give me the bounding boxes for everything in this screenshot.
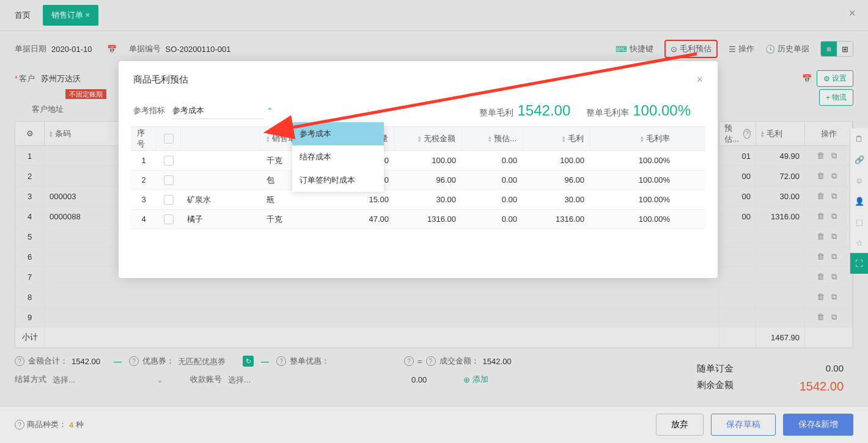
modal-table-row[interactable]: 1千克10.00100.000.00100.00100.00% bbox=[131, 151, 705, 170]
checkbox-header[interactable] bbox=[156, 127, 181, 150]
option-contract-cost[interactable]: 订单签约时成本 bbox=[292, 169, 384, 192]
prof-header[interactable]: ▴▾毛利 bbox=[523, 127, 590, 150]
modal-close-icon[interactable]: × bbox=[696, 73, 703, 86]
profit-modal: 商品毛利预估 × 参考指标 参考成本 ⌃ 整单毛利 1542.00 整单毛利率 … bbox=[119, 61, 718, 278]
modal-title: 商品毛利预估 bbox=[133, 74, 188, 86]
indicator-label: 参考指标 bbox=[133, 105, 165, 116]
modal-table: 序号 ▴▾销售单位 ▴▾数量 ▴▾无税金额 ▴▾预估... ▴▾毛利 ▴▾毛利率… bbox=[131, 126, 705, 229]
modal-table-row[interactable]: 2包12.0096.000.0096.00100.00% bbox=[131, 170, 705, 190]
modal-table-row[interactable]: 4橘子千克47.001316.000.001316.00100.00% bbox=[131, 210, 705, 229]
row-checkbox[interactable] bbox=[164, 156, 174, 166]
est-header-modal[interactable]: ▴▾预估... bbox=[462, 127, 523, 150]
row-checkbox[interactable] bbox=[164, 214, 174, 224]
row-checkbox[interactable] bbox=[164, 195, 174, 205]
indicator-dropdown: 参考成本 结存成本 订单签约时成本 bbox=[292, 122, 384, 192]
total-profit-value: 1542.00 bbox=[517, 102, 570, 119]
product-header bbox=[181, 127, 260, 150]
total-profit-label: 整单毛利 bbox=[479, 108, 513, 119]
option-balance-cost[interactable]: 结存成本 bbox=[292, 145, 384, 169]
rate-header[interactable]: ▴▾毛利率 bbox=[590, 127, 676, 150]
indicator-select[interactable]: 参考成本 bbox=[172, 103, 264, 119]
total-rate-value: 100.00% bbox=[633, 102, 691, 119]
row-checkbox[interactable] bbox=[164, 175, 174, 185]
chevron-up-icon[interactable]: ⌃ bbox=[267, 106, 274, 115]
modal-table-row[interactable]: 3矿泉水瓶15.0030.000.0030.00100.00% bbox=[131, 190, 705, 210]
option-reference-cost[interactable]: 参考成本 bbox=[292, 122, 384, 145]
amt-header[interactable]: ▴▾无税金额 bbox=[395, 127, 462, 150]
total-rate-label: 整单毛利率 bbox=[586, 108, 629, 119]
seq-header: 序号 bbox=[131, 127, 156, 150]
